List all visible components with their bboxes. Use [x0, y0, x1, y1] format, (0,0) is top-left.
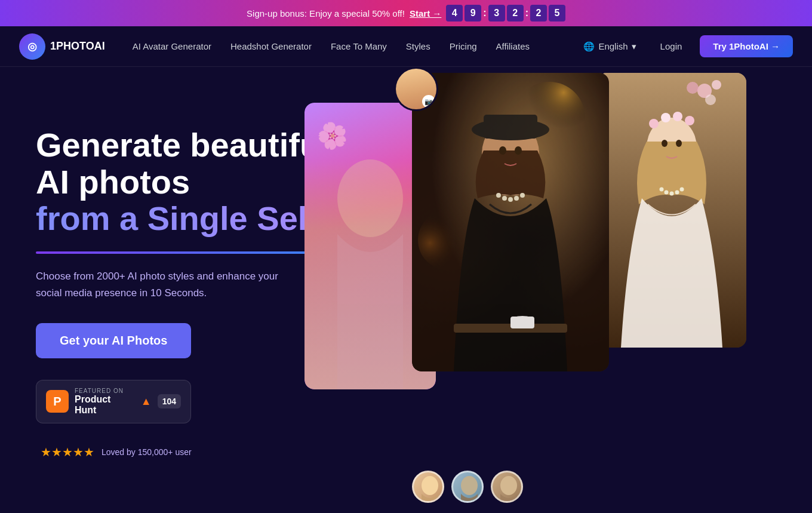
- thumbnail-1[interactable]: [412, 471, 444, 503]
- star-rating: ★★★★★: [41, 445, 94, 459]
- svg-point-36: [422, 476, 438, 495]
- digit-2: 9: [465, 5, 481, 21]
- ph-arrow-icon: ▲: [141, 395, 152, 408]
- thumb3-svg: [493, 472, 523, 503]
- thumb2-svg: [453, 472, 484, 503]
- logo[interactable]: ◎ 1PHOTOAI: [19, 33, 105, 60]
- svg-point-34: [675, 191, 679, 195]
- avatar-upload[interactable]: 📷: [394, 67, 438, 111]
- thumbnail-row: [412, 471, 523, 503]
- thumb1-svg: [414, 472, 444, 503]
- ph-count: 104: [158, 394, 181, 408]
- nav-styles[interactable]: Styles: [398, 36, 439, 56]
- svg-point-11: [502, 196, 507, 201]
- ph-featured-label: FEATURED ON: [75, 388, 135, 394]
- svg-point-20: [712, 80, 721, 90]
- sep-1: :: [483, 8, 486, 19]
- thumbnail-3[interactable]: [491, 471, 523, 503]
- nav-right: 🌐 English ▾ Login Try 1PhotoAI →: [577, 35, 793, 57]
- hero-section: Generate beautiful AI photos from a Sing…: [0, 67, 812, 513]
- hero-images: 📷 🌸: [304, 67, 812, 513]
- right-photo-inner: [597, 73, 746, 348]
- digit-4: 2: [507, 5, 524, 21]
- svg-point-28: [685, 116, 694, 125]
- camera-badge-icon: 📷: [422, 95, 435, 108]
- svg-point-0: [337, 159, 403, 237]
- svg-point-37: [461, 476, 478, 495]
- svg-point-38: [500, 476, 517, 495]
- product-hunt-badge[interactable]: P FEATURED ON Product Hunt ▲ 104: [36, 380, 191, 423]
- sep-2: :: [525, 8, 528, 19]
- banner-start-link[interactable]: Start →: [410, 8, 441, 19]
- product-hunt-icon: P: [46, 390, 69, 413]
- svg-point-33: [670, 192, 674, 196]
- svg-point-12: [508, 197, 513, 202]
- banner-text: Sign-up bonus: Enjoy a special 50% off!: [247, 8, 405, 19]
- svg-point-26: [661, 113, 670, 122]
- main-ai-photo: [412, 73, 609, 371]
- svg-point-32: [665, 191, 669, 195]
- review-text: Loved by 150,000+ user: [102, 447, 192, 457]
- logo-icon: ◎: [19, 33, 45, 60]
- svg-point-9: [515, 146, 522, 155]
- top-banner: Sign-up bonus: Enjoy a special 50% off! …: [0, 0, 812, 26]
- digit-5: 2: [530, 5, 547, 21]
- title-underline: [36, 251, 322, 254]
- svg-point-31: [660, 188, 664, 192]
- navbar: ◎ 1PHOTOAI AI Avatar Generator Headshot …: [0, 26, 812, 67]
- svg-point-10: [496, 193, 501, 198]
- review-row: ★★★★★ Loved by 150,000+ user: [41, 445, 192, 459]
- nav-affiliates[interactable]: Affiliates: [488, 36, 538, 56]
- digit-6: 5: [549, 5, 565, 21]
- right-ai-photo: [597, 73, 746, 348]
- svg-point-22: [705, 94, 716, 105]
- digit-3: 3: [488, 5, 505, 21]
- language-selector[interactable]: 🌐 English ▾: [577, 38, 642, 56]
- product-hunt-text: FEATURED ON Product Hunt: [75, 388, 135, 416]
- nav-ai-avatar[interactable]: AI Avatar Generator: [124, 36, 220, 56]
- svg-rect-7: [484, 115, 537, 139]
- hero-left: Generate beautiful AI photos from a Sing…: [36, 103, 346, 459]
- hero-description: Choose from 2000+ AI photo styles and en…: [36, 268, 299, 302]
- main-figure-svg: [412, 73, 609, 371]
- chevron-down-icon: ▾: [632, 41, 636, 52]
- thumbnail-2[interactable]: [451, 471, 484, 503]
- svg-point-29: [662, 140, 668, 147]
- login-button[interactable]: Login: [652, 36, 691, 56]
- svg-point-30: [676, 140, 682, 147]
- svg-point-27: [673, 112, 682, 121]
- svg-point-14: [520, 193, 525, 198]
- main-photo-inner: [412, 73, 609, 371]
- digit-1: 4: [446, 5, 463, 21]
- hero-title-line1: Generate beautiful AI photos: [36, 126, 330, 201]
- svg-point-13: [514, 196, 519, 201]
- countdown: 4 9 : 3 2 : 2 5: [446, 5, 565, 21]
- globe-icon: 🌐: [583, 41, 595, 52]
- ph-name-label: Product Hunt: [75, 394, 135, 416]
- hero-title-line2: from a Single Selfie: [36, 199, 346, 237]
- nav-face-to-many[interactable]: Face To Many: [322, 36, 395, 56]
- nav-headshot[interactable]: Headshot Generator: [222, 36, 320, 56]
- nav-pricing[interactable]: Pricing: [441, 36, 485, 56]
- svg-point-21: [687, 82, 699, 94]
- svg-rect-17: [510, 317, 534, 328]
- svg-point-8: [499, 146, 506, 155]
- svg-point-25: [649, 119, 659, 128]
- hero-title: Generate beautiful AI photos from a Sing…: [36, 127, 346, 237]
- cta-button[interactable]: Get your AI Photos: [36, 323, 191, 358]
- logo-text: 1PHOTOAI: [50, 40, 105, 53]
- try-button[interactable]: Try 1PhotoAI →: [700, 35, 793, 57]
- svg-point-35: [680, 188, 684, 192]
- language-label: English: [598, 41, 628, 51]
- right-figure-svg: [597, 73, 746, 348]
- nav-links: AI Avatar Generator Headshot Generator F…: [124, 36, 578, 56]
- avatar-circle: 📷: [394, 67, 438, 111]
